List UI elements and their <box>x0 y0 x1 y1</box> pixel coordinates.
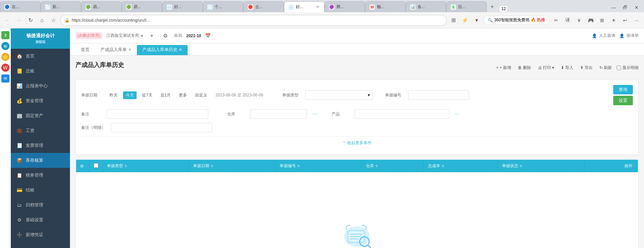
export-button[interactable]: ⬆ 导出 <box>578 64 595 72</box>
date-btn-custom[interactable]: 自定义 <box>192 91 210 99</box>
product-dots[interactable]: ··· <box>452 111 462 117</box>
sidebar-item-archive[interactable]: 🗂 归档管理 <box>11 198 70 212</box>
setting-button[interactable]: 设置 <box>613 96 633 105</box>
print-button[interactable]: 🖨 打印 ▾ <box>536 64 556 72</box>
add-company-button[interactable]: + <box>147 31 157 41</box>
tab-t7[interactable]: 🔴 企... <box>243 1 284 12</box>
currency-icon[interactable]: ¥ <box>574 16 584 25</box>
warehouse-input[interactable] <box>250 109 307 119</box>
tab-t3[interactable]: 🟢 易... <box>81 1 122 12</box>
product-input[interactable] <box>355 109 449 119</box>
th-gear[interactable]: ⚙ <box>76 160 90 173</box>
back-button[interactable]: ← <box>3 16 12 25</box>
tab-t9[interactable]: 🟣 腾... <box>325 1 365 12</box>
query-button[interactable]: 查询 <box>613 85 633 94</box>
user-avatar[interactable]: 👤 徐泽华 <box>619 33 639 39</box>
translate-icon[interactable]: 译 <box>563 16 572 25</box>
add-button[interactable]: + + 新增 <box>494 64 513 72</box>
sidebar-item-home[interactable]: 🏠 首页 <box>11 49 70 64</box>
sidebar-item-payroll[interactable]: 💼 工资 <box>11 123 70 138</box>
th-type[interactable]: 单据类型 ⇅ <box>103 160 189 173</box>
collapse-button[interactable]: ⌃ 收起更多条件 <box>341 139 373 147</box>
scissors-icon[interactable]: ✂ <box>551 16 561 25</box>
th-cost[interactable]: 总成本 ⇅ <box>424 160 498 173</box>
tab-t2[interactable]: 📄 新... <box>41 1 81 12</box>
tab-t8[interactable]: ☁️ 好... ✕ <box>284 1 325 12</box>
more-icon[interactable]: ··· <box>632 16 641 25</box>
date-btn-more[interactable]: 更多 <box>176 91 190 99</box>
bookmark-button[interactable]: ☆ <box>49 16 58 25</box>
type-select[interactable]: ▾ <box>305 90 373 100</box>
tab-t12[interactable]: S 目... <box>446 1 487 12</box>
date-btn-7days[interactable]: 近7天 <box>139 91 155 99</box>
gamepad-icon[interactable]: 🎮 <box>586 16 595 25</box>
app-icon-weibo[interactable]: W <box>1 64 9 72</box>
show-detail-checkbox[interactable]: 显示明细 <box>617 65 639 71</box>
brightness-icon[interactable]: ☀ <box>609 16 618 25</box>
sidebar-item-invoice[interactable]: 🧾 发票管理 <box>11 138 70 153</box>
sidebar-item-report[interactable]: 📊 云报表中心 <box>11 78 70 93</box>
breadcrumb-home[interactable]: 首页 <box>75 45 95 55</box>
tab-t6[interactable]: 📄 个... <box>203 1 243 12</box>
warehouse-dots[interactable]: ··· <box>310 111 319 117</box>
tab-close-t8[interactable]: ✕ <box>315 4 320 10</box>
sidebar-item-asset[interactable]: 🏢 固定资产 <box>11 108 70 123</box>
settings-topbar-button[interactable]: ⚙ <box>161 31 170 41</box>
address-input[interactable]: 🔒 https://cloud.chanjet.com/accounting/u… <box>60 15 447 26</box>
apps-icon[interactable]: ⊞ <box>597 16 607 25</box>
th-status[interactable]: 单据状态 ⇅ <box>498 160 584 173</box>
detail-note-input[interactable] <box>111 123 212 132</box>
th-date[interactable]: 单据日期 ⇅ <box>189 160 275 173</box>
forward-button[interactable]: → <box>14 16 24 25</box>
undo-icon[interactable]: ↩ <box>620 16 630 25</box>
delete-button[interactable]: 🗑 删除 <box>516 64 533 72</box>
breadcrumb-history[interactable]: 产成品入库单历史 ✕ <box>137 45 188 55</box>
app-icon-star[interactable]: ⭐ <box>1 53 9 61</box>
minimize-button[interactable]: — <box>609 3 618 12</box>
date-btn-today[interactable]: 今天 <box>123 91 137 99</box>
tab-t4[interactable]: 🟢 易... <box>122 1 162 12</box>
sidebar-item-checkout[interactable]: 💳 结账 <box>11 183 70 198</box>
refresh-page-button[interactable]: ↻ 刷新 <box>597 64 614 72</box>
app-icon-360[interactable]: 3 <box>1 31 9 39</box>
app-icon-chanjet[interactable]: 畅 <box>1 42 9 50</box>
import-button[interactable]: ⬇ 导入 <box>559 64 575 72</box>
breadcrumb-list[interactable]: 产成品入库单 ✕ <box>95 45 137 55</box>
detail-checkbox-input[interactable] <box>617 66 621 70</box>
company-select[interactable]: 江西振宝测试专用 ▾ <box>106 33 143 39</box>
lightning-button[interactable]: ⚡ <box>460 16 470 25</box>
app-icon-mail[interactable]: ✉ <box>1 74 9 83</box>
refresh-browser-button[interactable]: ↻ <box>26 16 35 25</box>
maximize-button[interactable]: 🗗 <box>620 3 630 12</box>
docno-input[interactable] <box>408 90 469 100</box>
sidebar-item-ledger[interactable]: 📒 总账 <box>11 64 70 78</box>
sidebar-item-inventory[interactable]: 📦 库存核算 <box>11 153 70 168</box>
tab-t10[interactable]: M 畅... <box>365 1 406 12</box>
sidebar-item-settings[interactable]: ⚙ 基础设置 <box>11 212 70 227</box>
sidebar-item-tax[interactable]: 📋 税务管理 <box>11 168 70 183</box>
date-btn-yesterday[interactable]: 昨天 <box>107 91 120 99</box>
note-input[interactable] <box>107 109 208 119</box>
close-button[interactable]: ✕ <box>632 3 641 12</box>
tab-t1[interactable]: 🔵 在... <box>0 1 41 12</box>
search-box[interactable]: 🔍 360智能抠图免费用 🔥 热搜 <box>483 16 549 25</box>
th-no[interactable]: 单据编号 ⇅ <box>275 160 361 173</box>
grid-view-button[interactable]: ⊞ <box>449 16 458 25</box>
calendar-icon[interactable]: 📅 <box>205 33 211 38</box>
th-checkbox[interactable] <box>90 160 103 173</box>
new-tab-button[interactable]: + <box>487 1 498 12</box>
tab-t11[interactable]: 📊 各... <box>406 1 446 12</box>
select-all-checkbox[interactable] <box>94 163 98 168</box>
tab-t5[interactable]: ☁️ 好... <box>162 1 203 12</box>
sidebar-item-new-voucher[interactable]: ➕ 新增凭证 <box>11 227 70 242</box>
home-icon: 🏠 <box>16 53 22 59</box>
user-consult[interactable]: 👤 人工咨询 <box>592 33 615 39</box>
period-value: 2021-10 <box>186 33 201 38</box>
sidebar-item-fund[interactable]: 💰 资金管理 <box>11 93 70 108</box>
dropdown-button[interactable]: ▾ <box>472 16 481 25</box>
home-browser-button[interactable]: ⌂ <box>37 16 47 25</box>
bc-history-close[interactable]: ✕ <box>179 47 182 52</box>
bc-list-close[interactable]: ✕ <box>128 47 132 52</box>
date-btn-1month[interactable]: 近1月 <box>158 91 174 99</box>
th-warehouse[interactable]: 仓库 ⇅ <box>362 160 424 173</box>
